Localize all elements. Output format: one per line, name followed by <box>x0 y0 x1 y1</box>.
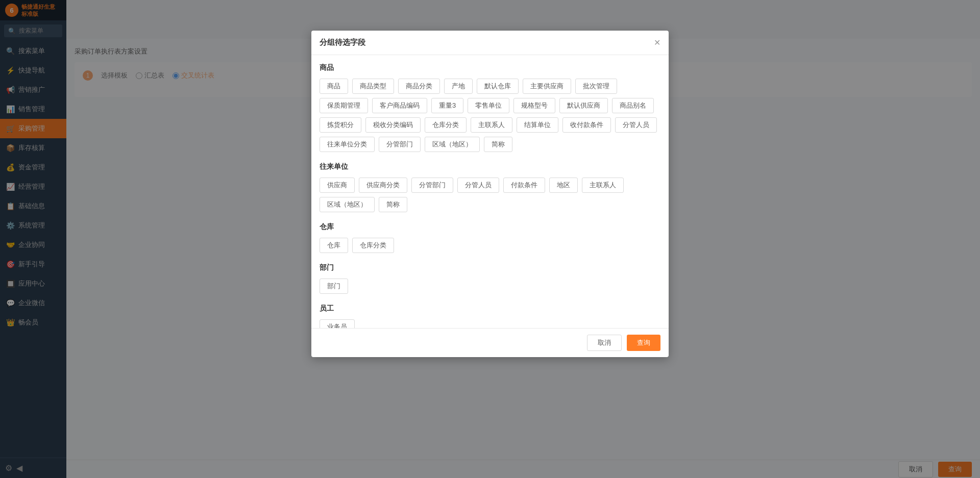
field-tag[interactable]: 收付款条件 <box>562 117 611 133</box>
field-tag[interactable]: 主要供应商 <box>523 79 571 94</box>
section-employee: 员工业务员 <box>320 304 660 328</box>
section-title-warehouse: 仓库 <box>320 222 660 232</box>
field-tags-goods: 商品商品类型商品分类产地默认仓库主要供应商批次管理保质期管理客户商品编码重量3零… <box>320 79 660 152</box>
field-tag[interactable]: 往来单位分类 <box>320 137 375 152</box>
field-tag[interactable]: 保质期管理 <box>320 98 368 113</box>
cancel-button[interactable]: 取消 <box>587 335 622 351</box>
field-tag[interactable]: 拣货积分 <box>320 117 361 133</box>
field-tag[interactable]: 分管人员 <box>615 117 657 133</box>
field-tag[interactable]: 区域（地区） <box>425 137 480 152</box>
section-department: 部门部门 <box>320 263 660 294</box>
field-tag[interactable]: 分管人员 <box>457 178 499 193</box>
section-counterpart: 往来单位供应商供应商分类分管部门分管人员付款条件地区主联系人区域（地区）简称 <box>320 162 660 212</box>
field-tag[interactable]: 分管部门 <box>411 178 453 193</box>
field-tag[interactable]: 批次管理 <box>575 79 617 94</box>
field-tag[interactable]: 主联系人 <box>471 117 512 133</box>
section-title-goods: 商品 <box>320 63 660 72</box>
field-tag[interactable]: 地区 <box>549 178 578 193</box>
field-tag[interactable]: 简称 <box>379 197 407 212</box>
field-tag[interactable]: 部门 <box>320 279 348 294</box>
field-tags-counterpart: 供应商供应商分类分管部门分管人员付款条件地区主联系人区域（地区）简称 <box>320 178 660 212</box>
field-tag[interactable]: 分管部门 <box>379 137 421 152</box>
field-tags-employee: 业务员 <box>320 319 660 328</box>
field-tag[interactable]: 供应商 <box>320 178 355 193</box>
field-tag[interactable]: 主联系人 <box>582 178 624 193</box>
field-tag[interactable]: 仓库分类 <box>425 117 467 133</box>
field-tag[interactable]: 区域（地区） <box>320 197 375 212</box>
field-tag[interactable]: 付款条件 <box>503 178 545 193</box>
field-tags-warehouse: 仓库仓库分类 <box>320 238 660 253</box>
modal-close-icon[interactable]: ✕ <box>654 38 660 47</box>
field-tag[interactable]: 商品别名 <box>612 98 654 113</box>
field-tag[interactable]: 供应商分类 <box>359 178 407 193</box>
modal-sections: 商品商品商品类型商品分类产地默认仓库主要供应商批次管理保质期管理客户商品编码重量… <box>320 63 660 328</box>
section-title-employee: 员工 <box>320 304 660 313</box>
field-tag[interactable]: 默认仓库 <box>477 79 519 94</box>
modal-overlay: 分组待选字段 ✕ 商品商品商品类型商品分类产地默认仓库主要供应商批次管理保质期管… <box>0 0 980 478</box>
field-select-modal: 分组待选字段 ✕ 商品商品商品类型商品分类产地默认仓库主要供应商批次管理保质期管… <box>311 31 669 357</box>
modal-footer: 取消 查询 <box>311 328 669 357</box>
field-tag[interactable]: 规格型号 <box>513 98 555 113</box>
field-tag[interactable]: 零售单位 <box>468 98 509 113</box>
field-tag[interactable]: 仓库 <box>320 238 348 253</box>
field-tag[interactable]: 客户商品编码 <box>372 98 427 113</box>
field-tag[interactable]: 默认供应商 <box>559 98 608 113</box>
field-tag[interactable]: 商品类型 <box>352 79 394 94</box>
field-tag[interactable]: 简称 <box>484 137 512 152</box>
field-tags-department: 部门 <box>320 279 660 294</box>
field-tag[interactable]: 结算单位 <box>517 117 558 133</box>
field-tag[interactable]: 业务员 <box>320 319 355 328</box>
field-tag[interactable]: 商品 <box>320 79 348 94</box>
field-tag[interactable]: 税收分类编码 <box>365 117 421 133</box>
section-title-counterpart: 往来单位 <box>320 162 660 171</box>
field-tag[interactable]: 重量3 <box>431 98 463 113</box>
field-tag[interactable]: 仓库分类 <box>352 238 394 253</box>
field-tag[interactable]: 产地 <box>444 79 473 94</box>
section-title-department: 部门 <box>320 263 660 272</box>
confirm-button[interactable]: 查询 <box>627 335 660 351</box>
modal-title: 分组待选字段 <box>320 38 365 47</box>
section-warehouse: 仓库仓库仓库分类 <box>320 222 660 253</box>
modal-body[interactable]: 商品商品商品类型商品分类产地默认仓库主要供应商批次管理保质期管理客户商品编码重量… <box>311 55 669 328</box>
section-goods: 商品商品商品类型商品分类产地默认仓库主要供应商批次管理保质期管理客户商品编码重量… <box>320 63 660 152</box>
modal-header: 分组待选字段 ✕ <box>311 31 669 55</box>
field-tag[interactable]: 商品分类 <box>398 79 440 94</box>
